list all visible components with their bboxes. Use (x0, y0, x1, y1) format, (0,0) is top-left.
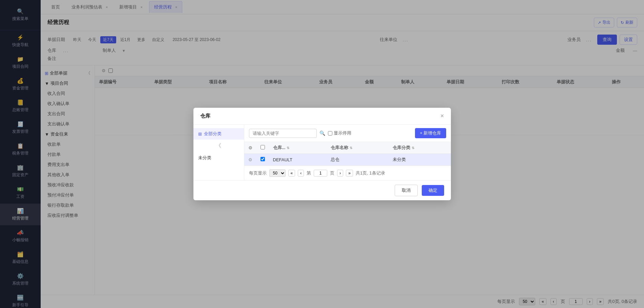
modal-category-unclassified[interactable]: 未分类 (193, 152, 244, 164)
modal-search-button[interactable]: 🔍 (319, 130, 325, 136)
modal-col-gear: ⚙ (244, 142, 256, 154)
modal-first-page[interactable]: « (288, 170, 295, 177)
modal-overlay: 仓库 × ⊞ 全部分类 《 未分类 (0, 0, 644, 308)
modal-pagination: 每页显示 50 « ‹ 第 页 › » 共1页, 1条记录 (244, 166, 451, 180)
modal-page-size-select[interactable]: 50 (269, 169, 286, 177)
modal-total-records: 共1页, 1条记录 (356, 170, 385, 176)
row-name: 总仓 (327, 154, 389, 166)
modal-body: ⊞ 全部分类 《 未分类 🔍 显示停用 (193, 125, 451, 180)
modal-close-button[interactable]: × (440, 112, 444, 120)
gear-icon-modal[interactable]: ⚙ (248, 145, 252, 150)
add-warehouse-button[interactable]: + 新增仓库 (415, 128, 446, 138)
modal-per-page-label: 每页显示 (249, 170, 267, 176)
modal-last-page[interactable]: » (346, 170, 353, 177)
modal-col-code: 仓库... ⇅ (269, 142, 327, 154)
modal-table-wrap: ⚙ 仓库... ⇅ 仓库名称 (244, 142, 451, 166)
row-code: DEFAULT (269, 154, 327, 166)
table-row[interactable]: ⚙ DEFAULT 总仓 未分类 (244, 154, 451, 166)
modal-title: 仓库 (200, 113, 210, 119)
confirm-button[interactable]: 确定 (422, 185, 444, 196)
show-disabled-label[interactable]: 显示停用 (328, 130, 351, 136)
row-gear: ⚙ (244, 154, 256, 166)
grid-icon-modal: ⊞ (198, 131, 202, 137)
row-category: 未分类 (389, 154, 451, 166)
modal-page-label: 第 (307, 170, 311, 176)
row-gear-icon[interactable]: ⚙ (248, 157, 252, 162)
modal-table: ⚙ 仓库... ⇅ 仓库名称 (244, 142, 451, 166)
modal-select-all[interactable] (261, 145, 265, 149)
modal-page-input[interactable] (314, 170, 327, 177)
modal-header: 仓库 × (193, 108, 451, 125)
modal-prev-page[interactable]: ‹ (298, 170, 304, 177)
warehouse-modal: 仓库 × ⊞ 全部分类 《 未分类 (193, 108, 451, 200)
sort-code-icon[interactable]: ⇅ (287, 146, 289, 150)
modal-search: 🔍 显示停用 (249, 129, 351, 138)
modal-col-check (256, 142, 269, 154)
row-check (256, 154, 269, 166)
modal-right-panel: 🔍 显示停用 + 新增仓库 (244, 125, 451, 180)
sort-name-icon[interactable]: ⇅ (350, 146, 352, 150)
modal-search-input[interactable] (249, 129, 317, 138)
modal-footer: 取消 确定 (193, 180, 451, 200)
modal-collapse-button[interactable]: 《 (193, 140, 244, 152)
modal-left-panel: ⊞ 全部分类 《 未分类 (193, 125, 244, 180)
modal-col-category: 仓库分类 ⇅ (389, 142, 451, 154)
modal-all-category[interactable]: ⊞ 全部分类 (193, 128, 244, 140)
modal-col-name: 仓库名称 ⇅ (327, 142, 389, 154)
sort-category-icon[interactable]: ⇅ (412, 146, 414, 150)
show-disabled-checkbox[interactable] (328, 131, 332, 136)
modal-next-page[interactable]: › (337, 170, 343, 177)
row-checkbox[interactable] (261, 157, 265, 161)
cancel-button[interactable]: 取消 (395, 185, 418, 196)
modal-page-unit: 页 (330, 170, 334, 176)
modal-toolbar: 🔍 显示停用 + 新增仓库 (244, 125, 451, 142)
